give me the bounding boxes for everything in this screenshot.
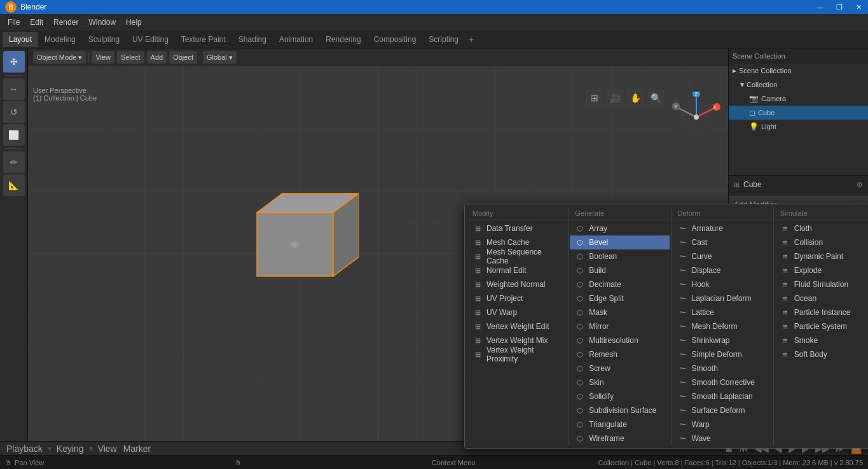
nav-search-icon[interactable]: 🔍 (647, 89, 665, 107)
modifier-laplacian-deform[interactable]: 〜 Laplacian Deform (673, 291, 772, 305)
modifier-surface-deform[interactable]: 〜 Surface Deform (673, 403, 772, 417)
modifier-wireframe[interactable]: ⬡ Wireframe (570, 431, 669, 445)
modifier-weighted-normal[interactable]: ⊞ Weighted Normal (467, 277, 567, 291)
modifier-hook[interactable]: 〜 Hook (673, 277, 772, 291)
modifier-smooth-corrective[interactable]: 〜 Smooth Corrective (673, 375, 772, 389)
modifier-remesh[interactable]: ⬡ Remesh (570, 347, 669, 361)
outliner-cube[interactable]: ◻ Cube (729, 106, 868, 120)
keying-menu[interactable]: Keying (55, 444, 85, 454)
tab-layout[interactable]: Layout (3, 32, 38, 47)
modifier-edge-split[interactable]: ⬡ Edge Split (570, 291, 669, 305)
modifier-normal-edit[interactable]: ⊞ Normal Edit (467, 263, 567, 277)
tab-animation[interactable]: Animation (273, 32, 319, 47)
tab-modeling[interactable]: Modeling (38, 32, 82, 47)
minimize-button[interactable]: — (811, 0, 830, 14)
nav-grid-icon[interactable]: ⊞ (586, 89, 603, 107)
modifier-wave[interactable]: 〜 Wave (673, 431, 772, 445)
tab-uv-editing[interactable]: UV Editing (126, 32, 175, 47)
nav-camera-icon[interactable]: 🎥 (606, 89, 624, 107)
modifier-mirror[interactable]: ⬡ Mirror (570, 319, 669, 333)
menu-edit[interactable]: Edit (25, 15, 48, 29)
modifier-lattice[interactable]: 〜 Lattice (673, 305, 772, 319)
modifier-smooth[interactable]: 〜 Smooth (673, 361, 772, 375)
nav-hand-icon[interactable]: ✋ (626, 89, 644, 107)
modifier-smooth-laplacian[interactable]: 〜 Smooth Laplacian (673, 389, 772, 403)
modifier-uv-warp[interactable]: ⊞ UV Warp (467, 305, 567, 319)
modifier-mesh-deform[interactable]: 〜 Mesh Deform (673, 319, 772, 333)
tab-sculpting[interactable]: Sculpting (82, 32, 126, 47)
menu-file[interactable]: File (3, 15, 25, 29)
add-menu[interactable]: Add (147, 51, 167, 64)
modifier-mask[interactable]: ⬡ Mask (570, 305, 669, 319)
tab-scripting[interactable]: Scripting (422, 32, 465, 47)
modifier-array[interactable]: ⬡ Array (570, 221, 669, 235)
modifier-triangulate[interactable]: ⬡ Triangulate (570, 417, 669, 431)
modifier-boolean[interactable]: ⬡ Boolean (570, 249, 669, 263)
tab-rendering[interactable]: Rendering (319, 32, 367, 47)
transform-selector[interactable]: Global ▾ (203, 51, 237, 64)
tool-scale[interactable]: ⬜ (3, 124, 25, 146)
outliner-scene-collection[interactable]: ▸ Scene Collection (729, 64, 868, 78)
modifier-shrinkwrap[interactable]: 〜 Shrinkwrap (673, 333, 772, 347)
modifier-particle-instance[interactable]: ≋ Particle Instance (775, 305, 868, 319)
modifier-vertex-weight-edit[interactable]: ⊞ Vertex Weight Edit (467, 319, 567, 333)
marker-menu[interactable]: Marker (122, 444, 153, 454)
outliner-camera[interactable]: 📷 Camera (729, 92, 868, 106)
modifier-skin[interactable]: ⬡ Skin (570, 375, 669, 389)
modifier-simple-deform[interactable]: 〜 Simple Deform (673, 347, 772, 361)
modifier-solidify[interactable]: ⬡ Solidify (570, 389, 669, 403)
modifier-particle-system[interactable]: ≋ Particle System (775, 319, 868, 333)
close-button[interactable]: ✕ (849, 0, 868, 14)
modifier-curve[interactable]: 〜 Curve (673, 249, 772, 263)
tool-rotate[interactable]: ↺ (3, 101, 25, 123)
outliner-collection[interactable]: ▾ Collection (729, 78, 868, 92)
modifier-uv-project[interactable]: ⊞ UV Project (467, 291, 567, 305)
modifier-mesh-sequence-cache[interactable]: ⊞ Mesh Sequence Cache (467, 249, 567, 263)
modifier-warp[interactable]: 〜 Warp (673, 417, 772, 431)
modifier-cloth[interactable]: ≋ Cloth (775, 221, 868, 235)
modifier-dynamic-paint[interactable]: ≋ Dynamic Paint (775, 249, 868, 263)
data-transfer-icon: ⊞ (472, 223, 483, 234)
tool-select[interactable]: ✣ (3, 51, 25, 73)
displace-icon: 〜 (678, 265, 688, 276)
simulate-column-title: Simulate (775, 207, 868, 220)
modifier-vertex-weight-proximity[interactable]: ⊞ Vertex Weight Proximity (467, 347, 567, 361)
modifier-ocean[interactable]: ≋ Ocean (775, 291, 868, 305)
modifier-collision[interactable]: ≋ Collision (775, 235, 868, 249)
tool-annotate[interactable]: ✏ (3, 151, 25, 173)
mode-selector[interactable]: Object Mode ▾ (33, 51, 86, 64)
modifier-displace[interactable]: 〜 Displace (673, 263, 772, 277)
modifier-multiresolution[interactable]: ⬡ Multiresolution (570, 333, 669, 347)
modifier-bevel[interactable]: ⬡ Bevel (570, 235, 669, 249)
select-menu[interactable]: Select (117, 51, 144, 64)
tab-texture-paint[interactable]: Texture Paint (175, 32, 232, 47)
modifier-label: Mesh Cache (486, 238, 529, 247)
playback-menu[interactable]: Playback (5, 444, 44, 454)
view-menu[interactable]: View (92, 51, 114, 64)
tool-measure[interactable]: 📐 (3, 174, 25, 196)
outliner-light[interactable]: 💡 Light (729, 120, 868, 134)
modifier-screw[interactable]: ⬡ Screw (570, 361, 669, 375)
modifier-build[interactable]: ⬡ Build (570, 263, 669, 277)
timeline-view-menu[interactable]: View (97, 444, 118, 454)
modifier-data-transfer[interactable]: ⊞ Data Transfer (467, 221, 567, 235)
modifier-fluid-simulation[interactable]: ≋ Fluid Simulation (775, 277, 868, 291)
warp-icon: 〜 (678, 419, 688, 430)
tab-compositing[interactable]: Compositing (368, 32, 423, 47)
menu-render[interactable]: Render (48, 15, 83, 29)
tab-shading[interactable]: Shading (232, 32, 273, 47)
tool-move[interactable]: ↔ (3, 78, 25, 100)
modifier-cast[interactable]: 〜 Cast (673, 235, 772, 249)
maximize-button[interactable]: ❐ (830, 0, 849, 14)
modifier-subdivision-surface[interactable]: ⬡ Subdivision Surface (570, 403, 669, 417)
object-menu[interactable]: Object (169, 51, 197, 64)
menu-help[interactable]: Help (121, 15, 147, 29)
modifier-smoke[interactable]: ≋ Smoke (775, 333, 868, 347)
viewport-gizmo[interactable]: X Y Z (671, 92, 722, 143)
menu-window[interactable]: Window (83, 15, 121, 29)
add-workspace-button[interactable]: + (465, 33, 478, 46)
modifier-decimate[interactable]: ⬡ Decimate (570, 277, 669, 291)
modifier-soft-body[interactable]: ≋ Soft Body (775, 347, 868, 361)
modifier-explode[interactable]: ≋ Explode (775, 263, 868, 277)
modifier-armature[interactable]: 〜 Armature (673, 221, 772, 235)
